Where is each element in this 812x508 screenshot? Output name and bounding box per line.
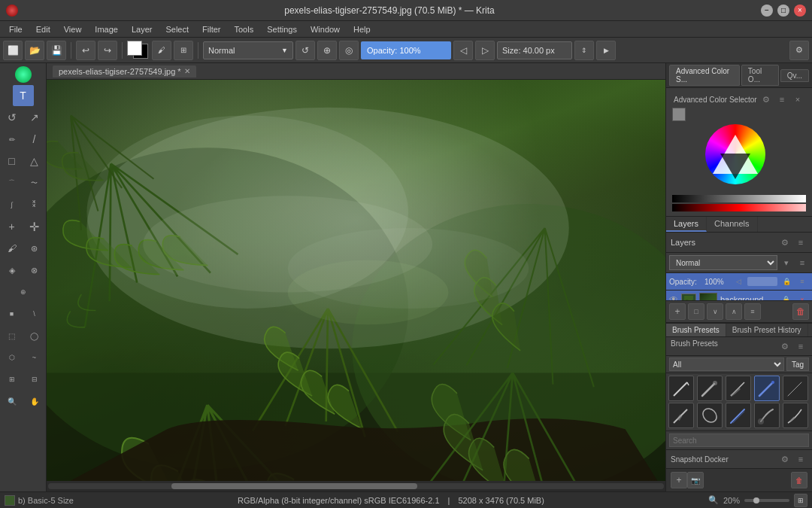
scroll-thumb-h[interactable] xyxy=(171,483,418,489)
advanced-color-tab[interactable]: Advanced Color S... xyxy=(669,65,740,86)
opacity-bar[interactable]: Opacity: 100% xyxy=(361,41,451,59)
bw-gradient-strip[interactable] xyxy=(672,195,806,202)
brush-settings-btn[interactable]: ⚙ xyxy=(778,339,792,353)
red-gradient-strip[interactable] xyxy=(672,204,806,211)
minimize-button[interactable]: − xyxy=(761,5,773,17)
menu-tools[interactable]: Tools xyxy=(229,23,260,35)
opacity-up-btn[interactable]: ▷ xyxy=(475,41,495,60)
qv-tab[interactable]: Qv... xyxy=(780,69,809,82)
color-sel-close-btn[interactable]: × xyxy=(791,93,804,106)
menu-edit[interactable]: Edit xyxy=(30,23,56,35)
canvas-viewport[interactable] xyxy=(47,80,665,491)
similar-select-btn[interactable]: ⊟ xyxy=(24,369,45,390)
opacity-down-icon[interactable]: ◁ xyxy=(732,275,745,288)
brush-item-8[interactable] xyxy=(726,403,751,428)
trash-btn[interactable]: 🗑 xyxy=(791,472,807,488)
layer-lock-icon[interactable]: 🔒 xyxy=(779,293,792,300)
menu-file[interactable]: File xyxy=(3,23,29,35)
colorize-mask-btn[interactable]: ⊕ xyxy=(13,281,34,303)
lock-alpha-icon[interactable]: 🔒 xyxy=(780,275,793,288)
add-group-btn[interactable]: □ xyxy=(688,303,704,320)
transform-tool-btn[interactable]: T xyxy=(13,85,34,106)
freehand-select-btn[interactable]: ~ xyxy=(24,347,45,368)
path-tool-btn[interactable]: ↺ xyxy=(2,107,23,128)
lock-alpha-btn[interactable]: ⊕ xyxy=(317,41,337,60)
fg-color-swatch[interactable] xyxy=(127,41,142,56)
erase-tool-btn[interactable]: ◈ xyxy=(2,260,23,281)
delete-layer-btn[interactable]: 🗑 xyxy=(792,303,809,320)
move-btn[interactable]: ✛ xyxy=(24,216,45,237)
multi-brush-btn[interactable]: \ xyxy=(24,303,45,324)
brush-type-btn[interactable]: 🖌 xyxy=(152,41,171,60)
brush-item-4[interactable] xyxy=(754,376,780,401)
brush-item-2[interactable] xyxy=(697,376,723,401)
snapshot-settings-btn[interactable]: ⚙ xyxy=(778,452,792,466)
color-sel-settings-btn[interactable]: ⚙ xyxy=(759,93,773,106)
brush-item-10[interactable] xyxy=(783,403,808,428)
ellipse-tool-btn[interactable]: △ xyxy=(24,151,45,172)
tool-options-tab[interactable]: Tool O... xyxy=(741,65,779,86)
menu-view[interactable]: View xyxy=(58,23,88,35)
size-apply-btn[interactable]: ▶ xyxy=(596,41,616,60)
contiguous-select-btn[interactable]: ⊞ xyxy=(2,369,23,390)
blend-mode-dropdown[interactable]: Normal ▼ xyxy=(203,41,293,59)
redo-btn[interactable]: ↪ xyxy=(98,41,117,60)
add-bottom-btn[interactable]: + xyxy=(671,472,687,488)
menu-filter[interactable]: Filter xyxy=(196,23,226,35)
clone-btn[interactable]: ⊛ xyxy=(24,238,45,259)
opacity-slider[interactable] xyxy=(747,277,777,286)
move-down-btn[interactable]: ∧ xyxy=(726,303,742,320)
brush-mode-btn[interactable]: ⊞ xyxy=(174,41,193,60)
color-wheel-wrap[interactable] xyxy=(705,124,773,192)
select-shape-btn[interactable]: ↗ xyxy=(24,107,45,128)
settings-btn[interactable]: ⚙ xyxy=(789,41,809,60)
brush-item-9[interactable] xyxy=(754,403,780,428)
brush-filter-select[interactable]: All xyxy=(669,357,784,371)
menu-image[interactable]: Image xyxy=(89,23,124,35)
crop-btn[interactable]: + xyxy=(2,216,23,237)
layer-options-btn[interactable]: ≡ xyxy=(795,256,809,269)
save-btn[interactable]: 💾 xyxy=(47,41,66,60)
bezier-tool-btn[interactable]: ⌒ xyxy=(2,172,23,193)
brush-item-7[interactable] xyxy=(697,403,723,428)
ellipse-select-btn[interactable]: ◯ xyxy=(24,325,45,346)
brush-item-6[interactable] xyxy=(668,403,694,428)
reset-btn[interactable]: ↺ xyxy=(295,41,315,60)
tab-close-btn[interactable]: ✕ xyxy=(184,67,190,75)
menu-window[interactable]: Window xyxy=(304,23,346,35)
erase-btn[interactable]: ◎ xyxy=(339,41,359,60)
brush-history-tab[interactable]: Brush Preset History xyxy=(726,324,808,336)
similar-fill-btn[interactable]: ⁑ xyxy=(24,194,45,215)
menu-settings[interactable]: Settings xyxy=(261,23,303,35)
layer-menu-icon[interactable]: ≡ xyxy=(795,275,809,288)
brush-search-input[interactable] xyxy=(669,433,809,447)
canvas-scrollbar-h[interactable] xyxy=(47,481,665,491)
layer-item-background[interactable]: 👁 background 🔒 × xyxy=(666,291,812,300)
zoom-thumb[interactable] xyxy=(753,497,759,503)
canvas-tab-item[interactable]: pexels-elias-tigiser-2757549.jpg * ✕ xyxy=(53,65,196,78)
rect-tool-btn[interactable]: □ xyxy=(2,151,23,172)
menu-layer[interactable]: Layer xyxy=(126,23,159,35)
camera-btn[interactable]: 📷 xyxy=(687,472,704,488)
menu-help[interactable]: Help xyxy=(347,23,377,35)
layer-mode-select[interactable]: Normal xyxy=(669,255,777,270)
poly-select-btn[interactable]: ⬡ xyxy=(2,347,23,368)
size-input[interactable]: Size: 40.00 px xyxy=(497,41,572,59)
freehand-tool-btn[interactable]: 〜 xyxy=(24,172,45,193)
maximize-button[interactable]: □ xyxy=(777,5,789,17)
gradient-tool-btn[interactable]: ■ xyxy=(2,303,23,324)
layer-visibility-icon[interactable]: 👁 xyxy=(669,294,678,300)
open-btn[interactable]: 📂 xyxy=(25,41,44,60)
brush-item-3[interactable] xyxy=(726,376,751,401)
brush-presets-tab[interactable]: Brush Presets xyxy=(666,324,726,336)
freehand-path-btn[interactable]: ✏ xyxy=(2,129,23,150)
brush-item-1[interactable] xyxy=(668,376,694,401)
size-arrows-btn[interactable]: ⇕ xyxy=(574,41,594,60)
channels-tab[interactable]: Channels xyxy=(707,217,757,232)
scroll-track-h[interactable] xyxy=(48,483,664,489)
close-button[interactable]: × xyxy=(794,5,806,17)
flatten-btn[interactable]: ≡ xyxy=(744,303,761,320)
layer-filter-btn[interactable]: ▾ xyxy=(780,256,793,269)
undo-btn[interactable]: ↩ xyxy=(76,41,95,60)
color-sel-menu-btn[interactable]: ≡ xyxy=(775,93,789,106)
